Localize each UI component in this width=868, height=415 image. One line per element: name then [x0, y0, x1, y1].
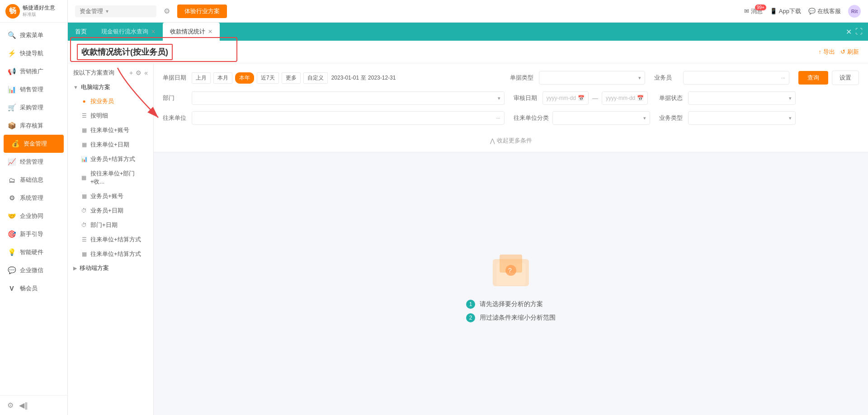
scheme-item-icon-salesperson: ● [80, 98, 88, 105]
online-service-button[interactable]: 💬 在线客服 [808, 7, 841, 15]
biz-type-select[interactable]: ▾ [688, 111, 796, 125]
scheme-item-by-detail[interactable]: ☰ 按明细 [68, 108, 153, 123]
scheme-item-label: 部门+日期 [90, 221, 118, 229]
content-area: 按以下方案查询 + ⚙ « ▼ 电脑端方案 ● 按业务员 ☰ [68, 63, 868, 415]
date-btn-custom[interactable]: 自定义 [303, 72, 328, 84]
tab-bank-flow[interactable]: 现金银行流水查询 ✕ [94, 23, 163, 41]
sidebar-item-quick-nav[interactable]: ⚡ 快捷导航 [0, 44, 67, 62]
logo-area: 畅 畅捷通好生意 标准版 [0, 0, 67, 23]
tab-collection-stats[interactable]: 收款情况统计 ✕ [163, 23, 220, 41]
tab-bank-flow-close-icon[interactable]: ✕ [151, 28, 156, 35]
filter-date-item: 单据日期 上月 本月 本年 近7天 更多 自定义 2023-01-01 至 [163, 72, 501, 84]
salesperson-select[interactable]: ··· [683, 71, 789, 85]
scheme-item-partner-account[interactable]: ▦ 往来单位+账号 [68, 123, 153, 137]
tab-collection-stats-label: 收款情况统计 [170, 28, 205, 36]
breadcrumb-chevron-icon[interactable]: ▾ [106, 8, 108, 14]
user-avatar[interactable]: Rit [848, 5, 861, 18]
sidebar-item-label: 系统管理 [20, 194, 43, 202]
vip-icon: V [7, 284, 16, 293]
scheme-item-partner-dept[interactable]: ▦ 按往来单位+部门+收... [68, 166, 153, 189]
collapse-sidebar-icon[interactable]: ◀‖ [19, 401, 28, 410]
partner-classify-select[interactable]: ▾ [552, 111, 650, 125]
logo-badge: 标准版 [23, 11, 55, 18]
app-download-button[interactable]: 📱 App下载 [770, 7, 801, 15]
quick-nav-icon: ⚡ [7, 49, 16, 58]
sidebar-item-basic[interactable]: 🗂 基础信息 [0, 171, 67, 189]
settings-bottom-icon[interactable]: ⚙ [7, 401, 14, 410]
date-btn-last-month[interactable]: 上月 [192, 72, 211, 84]
sidebar-item-vip[interactable]: V 畅会员 [0, 279, 67, 297]
scheme-item-salesperson-date[interactable]: ⏱ 业务员+日期 [68, 203, 153, 218]
scheme-group-mobile-arrow: ▶ [73, 265, 77, 271]
dept-label: 部门 [163, 94, 188, 102]
breadcrumb[interactable]: 资金管理 ▾ [75, 5, 156, 17]
export-button[interactable]: ↑ 导出 [819, 48, 835, 56]
scheme-settings-icon[interactable]: ⚙ [136, 69, 142, 76]
date-range-display: 2023-01-01 至 2023-12-31 [331, 74, 396, 82]
filter-row-2: 部门 ▾ 审核日期 yyyy-mm-dd 📅 — [163, 91, 859, 105]
scheme-item-partner-settle2[interactable]: ▦ 往来单位+结算方式 [68, 247, 153, 261]
sidebar-item-purchase[interactable]: 🛒 采购管理 [0, 99, 67, 117]
review-date-from-input[interactable]: yyyy-mm-dd 📅 [542, 91, 589, 105]
date-separator: 至 [361, 74, 366, 82]
filter-salesperson-item: 业务员 ··· [654, 71, 789, 85]
trial-button[interactable]: 体验行业方案 [177, 5, 227, 18]
date-btn-this-month[interactable]: 本月 [213, 72, 232, 84]
sales-icon: 📊 [7, 85, 16, 94]
tab-expand-icon[interactable]: ⛶ [855, 28, 863, 36]
tab-home[interactable]: 首页 [68, 23, 94, 41]
scheme-item-salesperson-account[interactable]: ▦ 业务员+账号 [68, 189, 153, 203]
scheme-item-salesperson-settle[interactable]: 📊 业务员+结算方式 [68, 152, 153, 166]
operation-icon: 📈 [7, 157, 16, 166]
dept-select[interactable]: ▾ [192, 91, 505, 105]
collapse-section: ⋀ 收起更多条件 [163, 131, 859, 152]
scheme-item-partner-settle1[interactable]: ☰ 往来单位+结算方式 [68, 232, 153, 247]
topbar-gear-icon[interactable]: ⚙ [162, 5, 172, 17]
scheme-group-pc-title[interactable]: ▼ 电脑端方案 [68, 80, 153, 94]
message-button[interactable]: ✉ 消息 99+ [744, 7, 763, 15]
tab-collection-stats-close-icon[interactable]: ✕ [208, 28, 212, 35]
enterprise-icon: 🤝 [7, 212, 16, 221]
sidebar-item-enterprise[interactable]: 🤝 企业协同 [0, 207, 67, 225]
partner-more-icon[interactable]: ··· [496, 115, 500, 121]
partner-select[interactable]: ··· [192, 111, 505, 125]
refresh-button[interactable]: ↺ 刷新 [840, 48, 859, 56]
query-button[interactable]: 查询 [798, 71, 828, 85]
date-btn-more[interactable]: 更多 [282, 72, 301, 84]
sidebar-item-label: 资金管理 [24, 140, 47, 148]
doc-status-select[interactable]: ▾ [688, 91, 796, 105]
settings-button[interactable]: 设置 [832, 71, 859, 85]
scheme-item-partner-date[interactable]: ▦ 往来单位+日期 [68, 137, 153, 152]
scheme-group-mobile-title[interactable]: ▶ 移动端方案 [68, 261, 153, 275]
doc-type-select[interactable]: ▾ [539, 71, 645, 85]
filter-doc-type-item: 单据类型 ▾ [510, 71, 645, 85]
service-icon: 💬 [808, 8, 816, 14]
collapse-button[interactable]: ⋀ 收起更多条件 [486, 133, 536, 148]
scheme-item-by-salesperson[interactable]: ● 按业务员 [68, 94, 153, 108]
inventory-icon: 📦 [7, 121, 16, 130]
salesperson-more-icon[interactable]: ··· [781, 75, 785, 80]
tab-close-all-icon[interactable]: ✕ [846, 28, 852, 36]
scheme-item-label: 按业务员 [90, 97, 114, 105]
page-header: 收款情况统计(按业务员) ↑ 导出 ↺ 刷新 [68, 41, 868, 63]
sidebar-item-system[interactable]: ⚙ 系统管理 [0, 189, 67, 207]
tab-home-label: 首页 [75, 28, 87, 36]
date-btn-this-year[interactable]: 本年 [235, 72, 254, 84]
finance-icon: 💰 [11, 139, 20, 148]
sidebar-item-finance[interactable]: 💰 资金管理 [4, 135, 64, 153]
scheme-collapse-icon[interactable]: « [144, 69, 148, 76]
sidebar-item-sales[interactable]: 📊 销售管理 [0, 80, 67, 99]
sidebar-item-marketing[interactable]: 📢 营销推广 [0, 62, 67, 80]
scheme-item-label: 业务员+结算方式 [90, 155, 135, 163]
sidebar-item-wechat[interactable]: 💬 企业微信 [0, 261, 67, 279]
hint-num-2: 2 [466, 313, 475, 322]
sidebar-item-search[interactable]: 🔍 搜索菜单 [0, 26, 67, 44]
scheme-add-icon[interactable]: + [129, 69, 133, 76]
review-date-to-input[interactable]: yyyy-mm-dd 📅 [602, 91, 648, 105]
date-btn-7days[interactable]: 近7天 [257, 72, 279, 84]
sidebar-item-operation[interactable]: 📈 经营管理 [0, 153, 67, 171]
sidebar-item-guide[interactable]: 🎯 新手引导 [0, 225, 67, 243]
sidebar-item-hardware[interactable]: 💡 智能硬件 [0, 243, 67, 261]
sidebar-item-inventory[interactable]: 📦 库存核算 [0, 117, 67, 135]
scheme-item-dept-date[interactable]: ⏱ 部门+日期 [68, 218, 153, 232]
